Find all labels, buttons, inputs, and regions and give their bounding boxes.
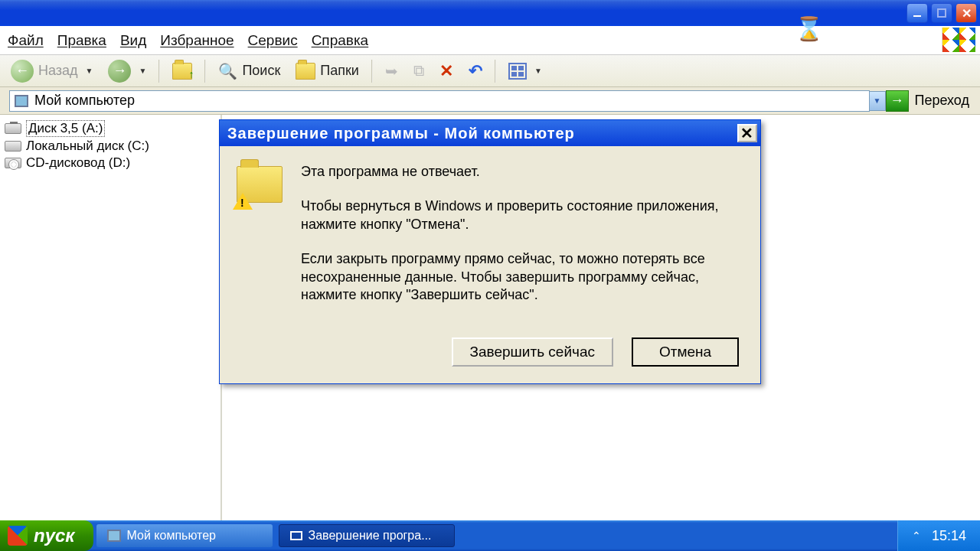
taskbar: пуск Мой компьютер Завершение програ... … bbox=[0, 520, 980, 551]
hard-drive-icon bbox=[5, 141, 21, 152]
folders-icon bbox=[296, 63, 315, 80]
dialog-line3: Если закрыть программу прямо сейчас, то … bbox=[301, 250, 739, 304]
cancel-button[interactable]: Отмена bbox=[632, 337, 739, 367]
back-dropdown-icon[interactable]: ▼ bbox=[86, 67, 93, 75]
delete-icon: ✕ bbox=[439, 61, 453, 81]
delete-button[interactable]: ✕ bbox=[433, 58, 459, 84]
minimize-button[interactable] bbox=[906, 3, 928, 23]
forward-dropdown-icon[interactable]: ▼ bbox=[139, 67, 146, 75]
tree-item-floppy[interactable]: Диск 3,5 (A:) bbox=[3, 119, 217, 138]
toolbar-separator bbox=[495, 60, 496, 83]
taskbar-item-label: Завершение програ... bbox=[309, 529, 432, 543]
undo-button[interactable]: ↶ bbox=[462, 58, 488, 84]
copy-to-button[interactable]: ⧉ bbox=[407, 59, 430, 83]
dialog-text: Эта программа не отвечает. Чтобы вернуть… bbox=[301, 163, 739, 321]
forward-arrow-icon: → bbox=[108, 60, 131, 83]
back-arrow-icon: ← bbox=[11, 60, 34, 83]
forward-button[interactable]: → ▼ bbox=[102, 57, 152, 86]
menubar: Файл Правка Вид Избранное Сервис Справка bbox=[0, 26, 980, 55]
tree-label: Локальный диск (C:) bbox=[26, 139, 149, 154]
go-button[interactable]: → bbox=[886, 90, 909, 112]
dialog-close-button[interactable]: ✕ bbox=[737, 124, 757, 142]
toolbar-separator bbox=[204, 60, 206, 83]
window-icon bbox=[290, 531, 302, 540]
clock[interactable]: 15:14 bbox=[932, 528, 966, 544]
dialog-body: Эта программа не отвечает. Чтобы вернуть… bbox=[220, 146, 760, 337]
tree-item-cd-drive[interactable]: CD-дисковод (D:) bbox=[3, 155, 217, 171]
undo-icon: ↶ bbox=[469, 61, 482, 81]
search-icon: 🔍 bbox=[218, 62, 237, 80]
tree-label: CD-дисковод (D:) bbox=[26, 155, 130, 171]
up-folder-icon: ↑ bbox=[172, 63, 192, 80]
svg-rect-1 bbox=[938, 9, 946, 17]
back-label: Назад bbox=[38, 63, 78, 79]
cd-drive-icon bbox=[5, 158, 21, 168]
menu-favorites[interactable]: Избранное bbox=[160, 29, 247, 52]
taskbar-item-my-computer[interactable]: Мой компьютер bbox=[96, 524, 273, 547]
move-to-icon: ➥ bbox=[385, 62, 398, 80]
dialog-titlebar[interactable]: Завершение программы - Мой компьютер ✕ bbox=[220, 120, 760, 146]
up-folder-button[interactable]: ↑ bbox=[166, 60, 198, 83]
taskbar-item-label: Мой компьютер bbox=[127, 529, 216, 543]
copy-to-icon: ⧉ bbox=[413, 62, 424, 80]
go-arrow-icon: → bbox=[890, 93, 904, 109]
warning-triangle-icon bbox=[233, 193, 253, 210]
dialog-line1: Эта программа не отвечает. bbox=[301, 163, 739, 181]
taskbar-item-end-program[interactable]: Завершение програ... bbox=[279, 524, 455, 547]
search-button[interactable]: 🔍 Поиск bbox=[212, 59, 286, 83]
hourglass-cursor-icon: ⌛ bbox=[795, 15, 823, 42]
addressbar: Мой компьютер ▼ → Переход bbox=[0, 87, 980, 115]
menu-tools[interactable]: Сервис bbox=[248, 29, 312, 52]
dialog-line2: Чтобы вернуться в Windows и проверить со… bbox=[301, 197, 739, 233]
windows-logo-icon bbox=[8, 526, 28, 546]
tray-expand-icon[interactable]: ⌃ bbox=[912, 530, 921, 542]
menu-help[interactable]: Справка bbox=[312, 29, 383, 52]
system-tray[interactable]: ⌃ 15:14 bbox=[897, 520, 980, 551]
toolbar: ← Назад ▼ → ▼ ↑ 🔍 Поиск Папки ➥ ⧉ ✕ ↶ ▼ bbox=[0, 55, 980, 87]
folders-label: Папки bbox=[320, 63, 359, 79]
go-label: Переход bbox=[909, 93, 976, 109]
menu-file[interactable]: Файл bbox=[8, 29, 57, 52]
dialog-title-text: Завершение программы - Мой компьютер bbox=[227, 125, 575, 142]
menu-edit[interactable]: Правка bbox=[57, 29, 120, 52]
folders-button[interactable]: Папки bbox=[289, 60, 365, 83]
folder-tree: Диск 3,5 (A:) Локальный диск (C:) CD-дис… bbox=[0, 115, 222, 520]
move-to-button[interactable]: ➥ bbox=[379, 59, 404, 83]
svg-rect-0 bbox=[913, 15, 921, 17]
windows-flag-icon bbox=[942, 28, 975, 52]
end-now-button[interactable]: Завершить сейчас bbox=[452, 337, 613, 367]
my-computer-icon bbox=[15, 95, 28, 107]
views-icon bbox=[508, 63, 527, 80]
start-label: пуск bbox=[34, 525, 75, 546]
back-button[interactable]: ← Назад ▼ bbox=[5, 57, 99, 86]
close-button[interactable]: ✕ bbox=[956, 3, 977, 23]
address-value: Мой компьютер bbox=[34, 93, 135, 109]
views-button[interactable]: ▼ bbox=[502, 60, 548, 83]
window-titlebar: ✕ bbox=[0, 0, 980, 26]
my-computer-icon bbox=[107, 530, 121, 542]
toolbar-separator bbox=[371, 60, 373, 83]
search-label: Поиск bbox=[242, 63, 280, 79]
end-program-dialog: Завершение программы - Мой компьютер ✕ Э… bbox=[219, 119, 761, 384]
dialog-buttons: Завершить сейчас Отмена bbox=[220, 337, 760, 383]
maximize-button[interactable] bbox=[931, 3, 952, 23]
toolbar-separator bbox=[158, 60, 160, 83]
address-input[interactable]: Мой компьютер bbox=[9, 90, 870, 112]
folder-warning-icon bbox=[237, 166, 283, 203]
start-button[interactable]: пуск bbox=[0, 520, 93, 551]
menu-view[interactable]: Вид bbox=[120, 29, 160, 52]
floppy-drive-icon bbox=[5, 123, 21, 134]
address-dropdown-button[interactable]: ▼ bbox=[869, 91, 886, 111]
tree-item-local-disk[interactable]: Локальный диск (C:) bbox=[3, 138, 217, 155]
tree-label: Диск 3,5 (A:) bbox=[26, 120, 105, 137]
views-dropdown-icon[interactable]: ▼ bbox=[534, 67, 542, 75]
